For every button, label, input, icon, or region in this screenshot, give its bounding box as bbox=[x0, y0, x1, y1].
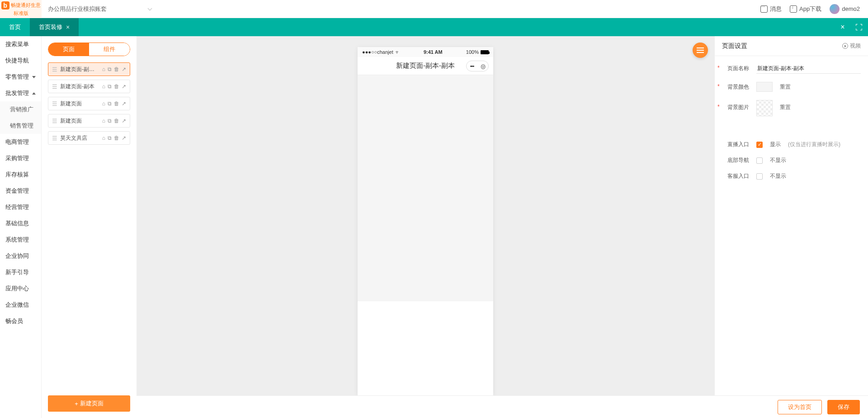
delete-icon[interactable]: 🗑 bbox=[114, 83, 119, 90]
user-menu[interactable]: demo2 bbox=[830, 4, 860, 14]
page-list-item[interactable]: ☰新建页面⌂⧉🗑↗ bbox=[48, 114, 130, 128]
bottom-nav-label: 底部导航 bbox=[722, 157, 749, 164]
nav-item-label: 应用中心 bbox=[5, 285, 29, 293]
nav-item-label: 电商管理 bbox=[5, 138, 29, 146]
nav-item[interactable]: 应用中心 bbox=[0, 280, 41, 297]
close-all-tabs[interactable]: × bbox=[837, 22, 848, 33]
share-icon[interactable]: ↗ bbox=[122, 100, 126, 107]
home-icon[interactable]: ⌂ bbox=[102, 135, 105, 141]
app-download-link[interactable]: App下载 bbox=[790, 5, 821, 13]
page-item-name: 昊天文具店 bbox=[60, 134, 99, 142]
nav-item[interactable]: 基础信息 bbox=[0, 215, 41, 232]
page-list-item[interactable]: ☰新建页面-副本-...⌂⧉🗑↗ bbox=[48, 62, 130, 76]
page-list-item[interactable]: ☰昊天文具店⌂⧉🗑↗ bbox=[48, 131, 130, 145]
bg-image-reset[interactable]: 重置 bbox=[780, 100, 791, 111]
home-icon[interactable]: ⌂ bbox=[102, 66, 105, 72]
canvas: ●●●○○ chanjet ᯤ 9:41 AM 100% 新建页面-副本-副本 bbox=[137, 36, 714, 395]
chevron-up-icon bbox=[32, 92, 36, 95]
copy-icon[interactable]: ⧉ bbox=[108, 66, 112, 72]
nav-item[interactable]: 企业协同 bbox=[0, 248, 41, 264]
drag-handle-icon[interactable]: ☰ bbox=[52, 83, 57, 90]
delete-icon[interactable]: 🗑 bbox=[114, 135, 119, 141]
home-icon[interactable]: ⌂ bbox=[102, 83, 105, 90]
status-time: 9:41 AM bbox=[400, 49, 466, 55]
live-entry-hint: (仅当进行直播时展示) bbox=[788, 141, 840, 148]
page-name-input[interactable] bbox=[756, 63, 861, 74]
brand-logo[interactable]: b 畅捷通好生意 标准版 bbox=[0, 0, 42, 18]
nav-item[interactable]: 快捷导航 bbox=[0, 52, 41, 69]
bg-color-swatch[interactable] bbox=[756, 82, 773, 92]
tab-page-decoration[interactable]: 首页装修 × bbox=[30, 18, 79, 36]
nav-item-label: 零售管理 bbox=[5, 73, 29, 81]
chevron-down-icon bbox=[147, 7, 152, 11]
copy-icon[interactable]: ⧉ bbox=[108, 83, 112, 90]
nav-item[interactable]: 库存核算 bbox=[0, 166, 41, 183]
share-icon[interactable]: ↗ bbox=[122, 118, 126, 124]
copy-icon[interactable]: ⧉ bbox=[108, 135, 112, 141]
page-list-item[interactable]: ☰新建页面⌂⧉🗑↗ bbox=[48, 97, 130, 110]
nav-item[interactable]: 搜索菜单 bbox=[0, 36, 41, 52]
save-button[interactable]: 保存 bbox=[827, 400, 860, 414]
copy-icon[interactable]: ⧉ bbox=[108, 100, 112, 107]
preview-page-title: 新建页面-副本-副本 bbox=[396, 62, 455, 70]
nav-item[interactable]: 采购管理 bbox=[0, 150, 41, 166]
drag-handle-icon[interactable]: ☰ bbox=[52, 66, 57, 73]
footer-bar: 设为首页 保存 bbox=[137, 395, 868, 418]
page-list: ☰新建页面-副本-...⌂⧉🗑↗☰新建页面-副本⌂⧉🗑↗☰新建页面⌂⧉🗑↗☰新建… bbox=[48, 62, 130, 145]
preview-body[interactable] bbox=[358, 75, 493, 301]
nav-item[interactable]: 系统管理 bbox=[0, 232, 41, 248]
home-icon[interactable]: ⌂ bbox=[102, 100, 105, 107]
nav-item-label: 搜索菜单 bbox=[5, 40, 29, 48]
nav-item[interactable]: 畅会员 bbox=[0, 313, 41, 329]
new-page-button[interactable]: + 新建页面 bbox=[48, 395, 130, 412]
nav-item[interactable]: 营销推广 bbox=[0, 101, 41, 118]
nav-item[interactable]: 企业微信 bbox=[0, 297, 41, 313]
home-icon[interactable]: ⌂ bbox=[102, 118, 105, 124]
page-item-name: 新建页面-副本-... bbox=[60, 66, 99, 73]
messages-link[interactable]: 消息 bbox=[760, 5, 782, 13]
panel-toggle-button[interactable] bbox=[693, 43, 708, 58]
seg-pages[interactable]: 页面 bbox=[48, 43, 89, 56]
share-icon[interactable]: ↗ bbox=[122, 66, 126, 72]
miniapp-capsule[interactable] bbox=[466, 61, 489, 71]
nav-item[interactable]: 资金管理 bbox=[0, 183, 41, 199]
tab-active-label: 首页装修 bbox=[39, 23, 62, 31]
video-label: 视频 bbox=[850, 42, 861, 50]
delete-icon[interactable]: 🗑 bbox=[114, 118, 119, 124]
drag-handle-icon[interactable]: ☰ bbox=[52, 100, 57, 107]
bg-image-swatch[interactable] bbox=[756, 100, 773, 116]
live-entry-checkbox[interactable]: ✓ bbox=[756, 142, 763, 148]
page-list-item[interactable]: ☰新建页面-副本⌂⧉🗑↗ bbox=[48, 80, 130, 93]
nav-item[interactable]: 经营管理 bbox=[0, 199, 41, 215]
nav-item[interactable]: 批发管理 bbox=[0, 85, 41, 101]
share-icon[interactable]: ↗ bbox=[122, 135, 126, 141]
nav-item[interactable]: 销售管理 bbox=[0, 118, 41, 134]
nav-item[interactable]: 新手引导 bbox=[0, 264, 41, 280]
fullscreen-toggle[interactable] bbox=[854, 22, 864, 33]
set-home-button[interactable]: 设为首页 bbox=[778, 400, 822, 414]
drag-handle-icon[interactable]: ☰ bbox=[52, 135, 57, 142]
delete-icon[interactable]: 🗑 bbox=[114, 66, 119, 72]
customer-service-checkbox[interactable] bbox=[756, 173, 763, 180]
bg-color-reset[interactable]: 重置 bbox=[780, 83, 791, 91]
left-nav: 搜索菜单快捷导航零售管理批发管理营销推广销售管理电商管理采购管理库存核算资金管理… bbox=[0, 36, 42, 418]
nav-item[interactable]: 电商管理 bbox=[0, 134, 41, 150]
copy-icon[interactable]: ⧉ bbox=[108, 118, 112, 124]
bottom-nav-checkbox[interactable] bbox=[756, 157, 763, 164]
nav-item-label: 营销推广 bbox=[10, 105, 33, 114]
bg-image-label: 背景图片 bbox=[722, 100, 749, 111]
account-selector[interactable]: 办公用品行业模拟账套 bbox=[48, 5, 152, 13]
customer-service-check-label: 不显示 bbox=[770, 172, 786, 180]
nav-item[interactable]: 零售管理 bbox=[0, 69, 41, 85]
seg-components[interactable]: 组件 bbox=[89, 43, 130, 56]
tab-home[interactable]: 首页 bbox=[0, 18, 30, 36]
close-icon[interactable]: × bbox=[66, 24, 70, 31]
delete-icon[interactable]: 🗑 bbox=[114, 100, 119, 107]
nav-item-label: 畅会员 bbox=[5, 317, 23, 325]
top-header: b 畅捷通好生意 标准版 办公用品行业模拟账套 消息 App下载 demo2 bbox=[0, 0, 868, 18]
nav-item-label: 企业协同 bbox=[5, 252, 29, 260]
phone-preview: ●●●○○ chanjet ᯤ 9:41 AM 100% 新建页面-副本-副本 bbox=[358, 47, 493, 395]
drag-handle-icon[interactable]: ☰ bbox=[52, 118, 57, 124]
share-icon[interactable]: ↗ bbox=[122, 83, 126, 90]
video-link[interactable]: 视频 bbox=[842, 42, 861, 50]
